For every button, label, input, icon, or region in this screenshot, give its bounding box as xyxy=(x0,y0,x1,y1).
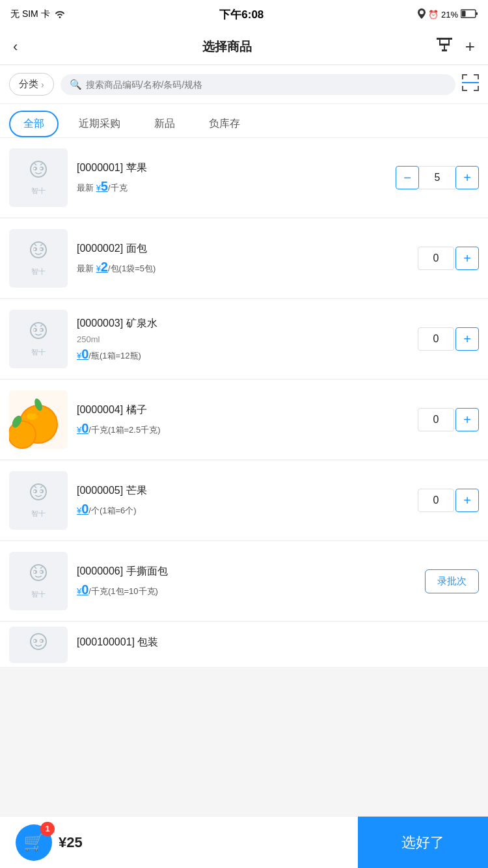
location-icon xyxy=(418,8,426,21)
product-name-1: [0000001] 苹果 xyxy=(77,161,386,175)
list-item: 智十 [0000001] 苹果 最新 ¥5/千克 − + xyxy=(0,138,488,218)
owl-logo-3: 智十 xyxy=(26,321,51,357)
svg-point-15 xyxy=(31,161,46,177)
add-button[interactable]: + xyxy=(465,36,475,57)
quantity-control-2: + xyxy=(418,247,479,270)
tab-all[interactable]: 全部 xyxy=(9,111,59,137)
svg-rect-1 xyxy=(461,10,465,16)
product-info-4: [0000004] 橘子 ¥0/千克(1箱=2.5千克) xyxy=(77,403,409,436)
svg-point-42 xyxy=(40,490,42,492)
product-price-2: 最新 ¥2/包(1袋=5包) xyxy=(77,260,409,275)
list-item: 智十 [0000002] 面包 最新 ¥2/包(1袋=5包) + xyxy=(0,219,488,299)
svg-rect-11 xyxy=(462,90,467,91)
svg-point-52 xyxy=(40,640,42,642)
tab-negative[interactable]: 负库存 xyxy=(195,111,254,137)
product-price-3: ¥0/瓶(1箱=12瓶) xyxy=(77,347,409,362)
product-info-6: [0000006] 手撕面包 ¥0/千克(1包=10千克) xyxy=(77,565,416,597)
product-name-6: [0000006] 手撕面包 xyxy=(77,565,416,578)
list-item: 智十 [0000006] 手撕面包 ¥0/千克(1包=10千克) 录批次 xyxy=(0,541,488,621)
owl-logo-7 xyxy=(26,632,51,657)
qty-input-1[interactable] xyxy=(419,166,455,189)
svg-point-46 xyxy=(34,571,36,573)
svg-point-20 xyxy=(31,242,46,258)
qty-input-2[interactable] xyxy=(418,247,454,270)
svg-point-48 xyxy=(31,634,46,649)
owl-logo-5: 智十 xyxy=(26,483,51,519)
product-thumbnail-2: 智十 xyxy=(9,229,68,288)
qty-plus-5[interactable]: + xyxy=(455,489,479,512)
nav-right-actions: + xyxy=(437,36,475,57)
product-name-3: [0000003] 矿泉水 xyxy=(77,317,409,331)
qty-input-5[interactable] xyxy=(418,489,454,512)
status-left: 无 SIM 卡 xyxy=(10,8,66,20)
svg-point-33 xyxy=(27,413,37,420)
svg-point-18 xyxy=(34,167,36,169)
svg-point-23 xyxy=(34,248,36,250)
product-spec-3: 250ml xyxy=(77,334,409,344)
svg-point-43 xyxy=(31,565,46,580)
product-price-4: ¥0/千克(1箱=2.5千克) xyxy=(77,421,409,436)
filter-icon[interactable] xyxy=(437,38,452,56)
owl-logo-6: 智十 xyxy=(26,563,51,599)
list-item-partial: [000100001] 包装 xyxy=(0,622,488,668)
back-button[interactable]: ‹ xyxy=(13,38,18,55)
list-item: 智十 [0000003] 矿泉水 250ml ¥0/瓶(1箱=12瓶) + xyxy=(0,299,488,379)
qty-plus-2[interactable]: + xyxy=(455,247,479,270)
status-time: 下午6:08 xyxy=(219,7,264,22)
search-icon: 🔍 xyxy=(70,79,82,90)
qty-input-4[interactable] xyxy=(418,408,454,431)
product-name-4: [0000004] 橘子 xyxy=(77,403,409,417)
svg-point-29 xyxy=(40,329,42,331)
cart-badge: 1 xyxy=(40,822,55,836)
batch-button-6[interactable]: 录批次 xyxy=(425,569,479,593)
alarm-icon: ⏰ xyxy=(428,10,439,20)
owl-logo-2: 智十 xyxy=(26,241,51,277)
svg-point-51 xyxy=(34,640,36,642)
category-button[interactable]: 分类 › xyxy=(9,73,54,96)
product-price-1: 最新 ¥5/千克 xyxy=(77,179,386,194)
svg-point-24 xyxy=(40,248,42,250)
qty-plus-3[interactable]: + xyxy=(455,327,479,351)
brand-text-3: 智十 xyxy=(31,347,46,357)
brand-text-5: 智十 xyxy=(31,509,46,519)
quantity-control-4: + xyxy=(418,408,479,431)
confirm-button[interactable]: 选好了 xyxy=(358,817,488,869)
brand-text-2: 智十 xyxy=(31,267,46,277)
svg-rect-2 xyxy=(476,12,478,15)
qty-plus-1[interactable]: + xyxy=(455,166,479,189)
cart-total: ¥25 xyxy=(59,834,83,851)
tab-new[interactable]: 新品 xyxy=(141,111,189,137)
tab-row: 全部 近期采购 新品 负库存 xyxy=(0,104,488,138)
product-name-2: [0000002] 面包 xyxy=(77,242,409,256)
search-box: 🔍 xyxy=(61,74,455,95)
cart-section: 🛒 1 ¥25 xyxy=(0,824,358,861)
nav-bar: ‹ 选择商品 + xyxy=(0,29,488,65)
svg-point-25 xyxy=(31,323,46,338)
search-input[interactable] xyxy=(86,79,446,90)
product-thumbnail-1: 智十 xyxy=(9,148,68,207)
product-name-5: [0000005] 芒果 xyxy=(77,484,409,498)
product-name-7: [000100001] 包装 xyxy=(77,636,479,649)
svg-rect-9 xyxy=(478,74,479,79)
product-info-5: [0000005] 芒果 ¥0/个(1箱=6个) xyxy=(77,484,409,517)
wifi-icon xyxy=(54,9,66,20)
product-thumbnail-3: 智十 xyxy=(9,310,68,368)
qty-plus-4[interactable]: + xyxy=(455,408,479,431)
product-info-7: [000100001] 包装 xyxy=(77,636,479,653)
tab-recent[interactable]: 近期采购 xyxy=(65,111,134,137)
product-list: 智十 [0000001] 苹果 最新 ¥5/千克 − + 智十 [0000002… xyxy=(0,138,488,668)
page-title: 选择商品 xyxy=(202,38,252,55)
brand-text-1: 智十 xyxy=(31,186,46,196)
product-info-3: [0000003] 矿泉水 250ml ¥0/瓶(1箱=12瓶) xyxy=(77,317,409,362)
svg-point-38 xyxy=(31,484,46,500)
cart-icon-button[interactable]: 🛒 1 xyxy=(16,824,52,861)
status-bar: 无 SIM 卡 下午6:08 ⏰ 21% xyxy=(0,0,488,29)
filter-row: 分类 › 🔍 xyxy=(0,65,488,104)
product-price-5: ¥0/个(1箱=6个) xyxy=(77,502,409,517)
svg-point-41 xyxy=(34,490,36,492)
brand-text-6: 智十 xyxy=(31,590,46,599)
svg-point-47 xyxy=(40,571,42,573)
qty-minus-1[interactable]: − xyxy=(396,166,419,189)
qty-input-3[interactable] xyxy=(418,327,454,351)
scan-icon[interactable] xyxy=(462,74,479,95)
